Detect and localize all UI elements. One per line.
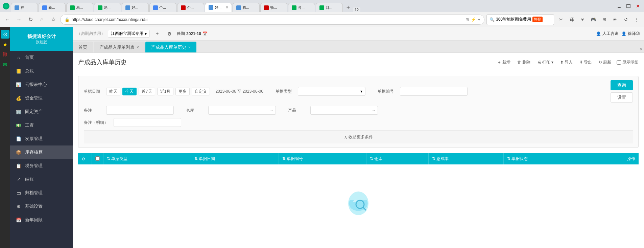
tab-count[interactable]: 12 — [353, 7, 360, 12]
browser-tab-3[interactable]: 易... — [66, 3, 93, 12]
browser-tab-2[interactable]: 新... — [39, 3, 66, 12]
back-button[interactable]: ← — [3, 15, 12, 24]
new-tab-button[interactable]: + — [343, 3, 353, 12]
yesterday-button[interactable]: 昨天 — [106, 88, 120, 95]
page-tab-list-close[interactable]: × — [137, 45, 139, 50]
col-no[interactable]: ⇅ 单据编号 — [279, 153, 366, 164]
nav-item-funds[interactable]: 💰 资金管理 — [10, 91, 73, 105]
browser-tab-11[interactable]: 各... — [288, 3, 315, 12]
dropdown-icon[interactable]: ▾ — [478, 17, 480, 22]
import-button[interactable]: ⬆ 导入 — [559, 59, 574, 66]
scissors-icon[interactable]: ✂ — [556, 15, 566, 24]
more-icon[interactable]: ⋮ — [632, 15, 641, 24]
nav-item-archive[interactable]: 🗃 归档管理 — [10, 186, 73, 200]
nav-item-assets[interactable]: 🏢 固定资产 — [10, 105, 73, 118]
filter-actions: 查询 设置 — [611, 80, 633, 103]
print-button[interactable]: 🖨 打印 ▾ — [536, 59, 555, 66]
nav-item-home[interactable]: ⌂ 首页 — [10, 51, 73, 64]
today-button[interactable]: 今天 — [122, 88, 137, 95]
search-bar[interactable]: 🔍 360智能抠图免费用 热搜 — [486, 14, 554, 25]
page-tab-history[interactable]: 产成品入库单历史 × — [145, 42, 196, 52]
empty-illustration — [341, 185, 375, 219]
export-button[interactable]: ⬇ 导出 — [578, 59, 593, 66]
page-tab-list[interactable]: 产成品入库单列表 × — [94, 42, 145, 52]
yuan-icon[interactable]: ¥ — [578, 15, 587, 24]
nav-item-reports[interactable]: 📊 云报表中心 — [10, 78, 73, 91]
browser-tab-8[interactable]: 好... × — [205, 3, 232, 12]
close-window-button[interactable]: ✕ — [635, 3, 641, 9]
remark-input[interactable] — [106, 106, 174, 115]
warehouse-select[interactable]: ··· — [208, 106, 276, 115]
brightness-icon[interactable]: ☀ — [610, 15, 620, 24]
browser-tab-4[interactable]: 易... — [94, 3, 121, 12]
add-company-button[interactable]: + — [152, 29, 162, 39]
nav-item-tax[interactable]: 📋 税务管理 — [10, 159, 73, 173]
last7-button[interactable]: 近7天 — [139, 88, 155, 95]
show-detail-checkbox[interactable] — [617, 60, 621, 65]
col-status[interactable]: ⇅ 单据状态 — [503, 153, 591, 164]
company-settings-icon[interactable]: ⚙ — [165, 29, 174, 39]
remark-detail-input[interactable] — [114, 118, 181, 127]
col-type[interactable]: ⇅ 单据类型 — [103, 153, 191, 164]
nav-item-ledger[interactable]: 📒 总账 — [10, 64, 73, 78]
nav-item-new[interactable]: 📅 新年回顾 — [10, 213, 73, 227]
forward-button[interactable]: → — [14, 15, 24, 24]
translate-icon[interactable]: 译 — [567, 15, 576, 24]
select-all-checkbox[interactable] — [95, 156, 100, 161]
col-checkbox[interactable] — [92, 153, 103, 164]
query-button[interactable]: 查询 — [611, 80, 633, 90]
tab-favicon-2 — [42, 5, 47, 10]
filter-section: 单据日期 昨天 今天 近7天 近1月 更多 自定义 2023-06-06 至 2… — [78, 76, 639, 148]
browser-tab-1[interactable]: 在... — [11, 3, 38, 12]
maximize-button[interactable]: 🗖 — [625, 3, 632, 9]
nav-item-invoice[interactable]: 📄 发票管理 — [10, 132, 73, 145]
grid2-icon[interactable]: ⊞ — [599, 15, 609, 24]
nav-item-settings[interactable]: ⚙ 基础设置 — [10, 200, 73, 213]
undo-icon[interactable]: ↺ — [621, 15, 630, 24]
browser-tab-12[interactable]: 目... — [316, 3, 343, 12]
archive-icon: 🗃 — [16, 190, 22, 196]
voucher-type-select[interactable]: ▾ — [298, 87, 365, 96]
bookmark-button[interactable]: ☆ — [49, 15, 58, 24]
custom-button[interactable]: 自定义 — [192, 88, 210, 95]
browser-tab-6[interactable]: 个... — [149, 3, 176, 12]
browser-tab-5[interactable]: 好... — [122, 3, 149, 12]
icon-sidebar-email[interactable]: ✉ — [1, 60, 9, 69]
home-page-button[interactable]: ⌂ — [37, 15, 47, 24]
icon-sidebar-feed[interactable]: 微 — [1, 50, 9, 59]
collapse-button[interactable]: ∧ 收起更多条件 — [340, 133, 377, 141]
game-icon[interactable]: 🎮 — [589, 15, 598, 24]
calendar-icon[interactable]: 📅 — [202, 31, 208, 36]
delete-button[interactable]: 🗑 删除 — [516, 59, 532, 66]
more-button[interactable]: 更多 — [175, 88, 190, 95]
col-total-cost[interactable]: ⇅ 总成本 — [428, 153, 503, 164]
nav-item-payroll[interactable]: 💵 工资 — [10, 118, 73, 132]
add-button[interactable]: ＋ 新增 — [496, 59, 512, 66]
page-tab-home[interactable]: 首页 — [73, 42, 93, 52]
nav-item-checkout[interactable]: ✓ 结账 — [10, 173, 73, 186]
voucher-no-input[interactable] — [400, 87, 468, 96]
browser-tab-9[interactable]: 腾... — [233, 3, 260, 12]
user-profile-button[interactable]: 👤 徐泽华 — [621, 31, 640, 37]
icon-sidebar-home[interactable]: ⊙ — [1, 30, 9, 39]
col-warehouse[interactable]: ⇅ 仓库 — [366, 153, 429, 164]
icon-sidebar-star[interactable]: ★ — [1, 40, 9, 49]
company-select[interactable]: 江西服宝测试专用 ▾ — [108, 30, 150, 38]
nav-item-inventory[interactable]: 📦 库存核算 — [10, 145, 73, 159]
col-date[interactable]: ⇅ 单据日期 — [191, 153, 279, 164]
col-settings[interactable]: ⚙ — [78, 153, 92, 164]
refresh-button[interactable]: ↻ 刷新 — [597, 59, 613, 66]
close-panel-button[interactable]: × — [640, 46, 643, 52]
address-bar[interactable]: 🔒 https://cloud.chanjet.com/accounting/u… — [60, 15, 484, 25]
human-service-button[interactable]: 👤 人工咨询 — [596, 31, 619, 37]
browser-tab-10[interactable]: 畅... — [260, 3, 287, 12]
tab-close-8[interactable]: × — [226, 5, 228, 10]
last-month-button[interactable]: 近1月 — [157, 88, 174, 95]
product-select[interactable]: ··· — [310, 106, 378, 115]
date-filter-label: 单据日期 — [84, 89, 101, 94]
minimize-button[interactable]: 🗕 — [616, 3, 622, 9]
refresh-page-button[interactable]: ↻ — [26, 15, 35, 24]
page-tab-history-close[interactable]: × — [188, 45, 191, 50]
filter-settings-button[interactable]: 设置 — [611, 92, 633, 103]
browser-tab-7[interactable]: 企... — [177, 3, 204, 12]
